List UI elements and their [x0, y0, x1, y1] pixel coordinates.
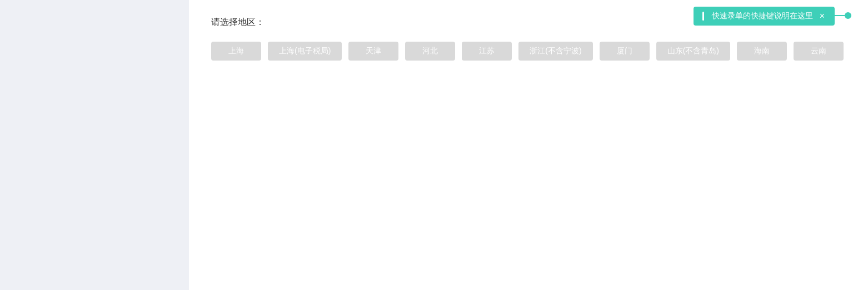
dot-indicator: [845, 12, 851, 19]
region-button-shanghai-etax[interactable]: 上海(电子税局): [268, 42, 342, 61]
tooltip-banner: 快速录单的快捷键说明在这里 ×: [694, 7, 835, 26]
region-button-zhejiang[interactable]: 浙江(不含宁波): [518, 42, 592, 61]
region-button-jiangsu[interactable]: 江苏: [462, 42, 512, 61]
region-button-shanghai[interactable]: 上海: [211, 42, 261, 61]
region-button-xiamen[interactable]: 厦门: [600, 42, 650, 61]
region-button-yunnan[interactable]: 云南: [794, 42, 844, 61]
tooltip-close-button[interactable]: ×: [819, 12, 826, 21]
region-button-hainan[interactable]: 海南: [737, 42, 787, 61]
main-content: 请选择地区： 上海上海(电子税局)天津河北江苏浙江(不含宁波)厦门山东(不含青岛…: [189, 0, 868, 290]
region-buttons: 上海上海(电子税局)天津河北江苏浙江(不含宁波)厦门山东(不含青岛)海南云南: [211, 42, 846, 61]
tooltip-line: [834, 15, 845, 16]
tooltip-text: 快速录单的快捷键说明在这里: [712, 11, 813, 21]
region-button-tianjin[interactable]: 天津: [348, 42, 398, 61]
region-button-shandong[interactable]: 山东(不含青岛): [656, 42, 730, 61]
left-sidebar: [0, 0, 189, 290]
region-button-hebei[interactable]: 河北: [405, 42, 455, 61]
